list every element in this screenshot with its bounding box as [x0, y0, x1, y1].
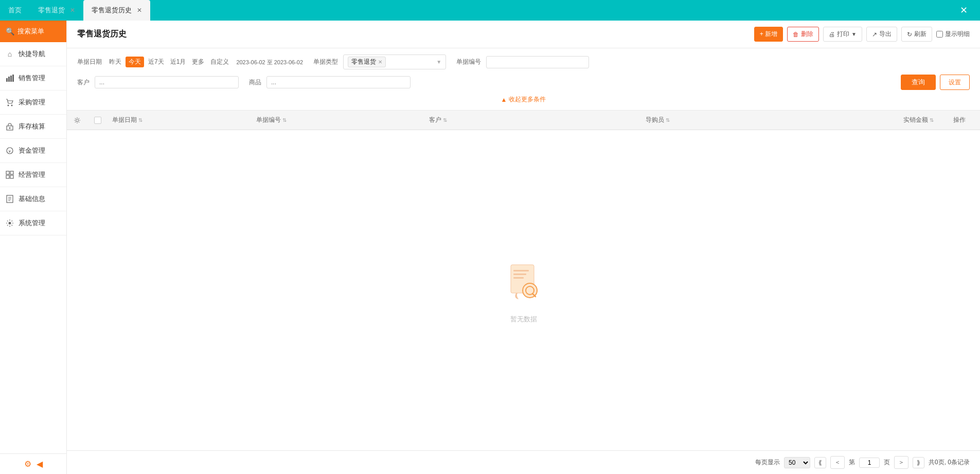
tab-retail-return-history-close[interactable]: ✕ [137, 7, 142, 14]
export-button[interactable]: ↗ 导出 [866, 27, 897, 42]
show-detail-label: 显示明细 [945, 30, 970, 39]
number-filter-input[interactable] [486, 56, 589, 68]
svg-rect-11 [10, 171, 13, 174]
date-today[interactable]: 今天 [126, 57, 144, 67]
filter-row-2: 客户 商品 查询 设置 [77, 75, 970, 90]
sidebar-item-inventory-label: 库存核算 [19, 122, 45, 131]
page-next-button[interactable]: ＞ [894, 456, 908, 469]
select-all-checkbox[interactable] [94, 117, 101, 124]
svg-rect-3 [12, 75, 14, 82]
purchase-icon [5, 98, 14, 107]
filter-area: 单据日期 昨天 今天 近7天 近1月 更多 自定义 2023-06-02 至 2… [67, 48, 980, 111]
add-button-label: + 新增 [760, 30, 777, 39]
type-filter-dropdown-icon: ▼ [436, 59, 441, 65]
inventory-icon [5, 122, 14, 131]
date-shortcuts: 昨天 今天 近7天 近1月 更多 自定义 [107, 57, 231, 67]
collapse-filter-button[interactable]: ▲ 收起更多条件 [77, 95, 970, 104]
sidebar-item-sales[interactable]: 销售管理 [0, 66, 66, 90]
page-size-select[interactable]: 50 10 20 100 [784, 457, 810, 468]
page-first-button[interactable]: ⟪ [814, 457, 826, 468]
customer-filter-input[interactable] [95, 76, 239, 88]
svg-point-7 [9, 127, 11, 129]
col-number-header[interactable]: 单据编号 ⇅ [256, 116, 429, 124]
show-detail-checkbox-label[interactable]: 显示明细 [936, 30, 970, 39]
col-guide-sort[interactable]: ⇅ [666, 117, 670, 123]
empty-text: 暂无数据 [510, 315, 537, 324]
add-button[interactable]: + 新增 [754, 27, 783, 42]
col-ops-header: 操作 [939, 116, 980, 124]
col-amount-sort[interactable]: ⇅ [930, 117, 934, 123]
goods-filter-group: 商品 [249, 76, 411, 88]
filter-row-1: 单据日期 昨天 今天 近7天 近1月 更多 自定义 2023-06-02 至 2… [77, 54, 970, 69]
type-filter-label: 单据类型 [313, 58, 338, 66]
home-icon: ⌂ [5, 49, 14, 59]
col-number-sort[interactable]: ⇅ [282, 117, 287, 123]
date-1month[interactable]: 近1月 [168, 57, 188, 67]
col-checkbox-header[interactable] [87, 117, 108, 124]
col-customer-sort[interactable]: ⇅ [443, 117, 447, 123]
sidebar-search[interactable]: 🔍 搜索菜单 [0, 21, 66, 42]
sidebar-item-base-info-label: 基础信息 [19, 194, 45, 204]
tab-retail-return-close[interactable]: ✕ [70, 7, 75, 14]
date-range-display: 2023-06-02 至 2023-06-02 [236, 59, 303, 66]
tab-retail-return-label: 零售退货 [38, 6, 65, 15]
svg-rect-12 [6, 175, 9, 178]
pagination: 每页显示 50 10 20 100 ⟪ ＜ 第 页 ＞ ⟫ 共0页, 0条记录 [67, 450, 980, 474]
tab-retail-return[interactable]: 零售退货 ✕ [30, 0, 83, 21]
sidebar-item-system[interactable]: 系统管理 [0, 211, 66, 235]
column-settings-icon[interactable] [74, 117, 81, 124]
top-bar: 首页 零售退货 ✕ 零售退货历史 ✕ ✕ [0, 0, 980, 21]
sidebar-item-quick-nav[interactable]: ⌂ 快捷导航 [0, 42, 66, 66]
tab-list: 首页 零售退货 ✕ 零售退货历史 ✕ [0, 0, 956, 21]
col-customer-header[interactable]: 客户 ⇅ [429, 116, 645, 124]
sidebar-item-inventory[interactable]: 库存核算 [0, 115, 66, 139]
type-filter-group: 单据类型 零售退货 ✕ ▼ [313, 54, 446, 69]
tab-home[interactable]: 首页 [0, 0, 30, 21]
number-filter-label: 单据编号 [456, 58, 481, 66]
settings-button-label: 设置 [949, 78, 961, 87]
type-filter-tag-label: 零售退货 [351, 58, 376, 66]
col-amount-header[interactable]: 实销金额 ⇅ [790, 116, 939, 124]
collapse-sidebar-icon[interactable]: ◀ [37, 459, 43, 469]
page-number-input[interactable] [859, 458, 880, 468]
goods-filter-input[interactable] [266, 76, 411, 88]
export-button-label: 导出 [879, 30, 892, 39]
window-close-button[interactable]: ✕ [956, 5, 972, 16]
svg-rect-2 [10, 76, 12, 82]
svg-point-5 [11, 105, 13, 106]
settings-icon[interactable]: ⚙ [24, 459, 31, 469]
page-last-button[interactable]: ⟫ [913, 457, 924, 468]
sidebar-item-finance[interactable]: ¥ 资金管理 [0, 139, 66, 163]
page-prev-button[interactable]: ＜ [830, 456, 845, 469]
date-7days[interactable]: 近7天 [146, 57, 166, 67]
type-filter-tag-close[interactable]: ✕ [378, 59, 382, 65]
sidebar-item-operations[interactable]: 经营管理 [0, 163, 66, 187]
type-filter-tag: 零售退货 ✕ [348, 57, 386, 67]
refresh-button[interactable]: ↻ 刷新 [901, 27, 932, 42]
date-more[interactable]: 更多 [190, 57, 206, 67]
delete-button[interactable]: 🗑 删除 [787, 27, 819, 42]
col-date-label: 单据日期 [112, 116, 137, 124]
col-settings[interactable] [67, 117, 87, 124]
sidebar-item-operations-label: 经营管理 [19, 170, 45, 179]
sidebar-item-base-info[interactable]: 基础信息 [0, 187, 66, 211]
tab-retail-return-history[interactable]: 零售退货历史 ✕ [83, 0, 150, 21]
col-guide-header[interactable]: 导购员 ⇅ [646, 116, 790, 124]
svg-rect-1 [8, 77, 10, 82]
show-detail-checkbox[interactable] [936, 31, 943, 38]
col-date-header[interactable]: 单据日期 ⇅ [108, 116, 256, 124]
col-customer-label: 客户 [429, 116, 441, 124]
content-area: 零售退货历史 + 新增 🗑 删除 🖨 打印 ▼ ↗ 导出 [67, 21, 980, 474]
print-button[interactable]: 🖨 打印 ▼ [823, 27, 862, 42]
svg-rect-22 [513, 274, 526, 275]
table-header: 单据日期 ⇅ 单据编号 ⇅ 客户 ⇅ 导购员 ⇅ 实销金额 ⇅ [67, 111, 980, 130]
date-custom[interactable]: 自定义 [208, 57, 231, 67]
delete-button-label: 删除 [801, 30, 813, 39]
sidebar-item-purchase[interactable]: 采购管理 [0, 90, 66, 115]
settings-button[interactable]: 设置 [940, 75, 970, 90]
svg-point-18 [9, 222, 11, 225]
type-filter-select[interactable]: 零售退货 ✕ ▼ [343, 54, 446, 69]
date-yesterday[interactable]: 昨天 [107, 57, 123, 67]
query-button[interactable]: 查询 [901, 75, 936, 90]
col-date-sort[interactable]: ⇅ [138, 117, 142, 123]
